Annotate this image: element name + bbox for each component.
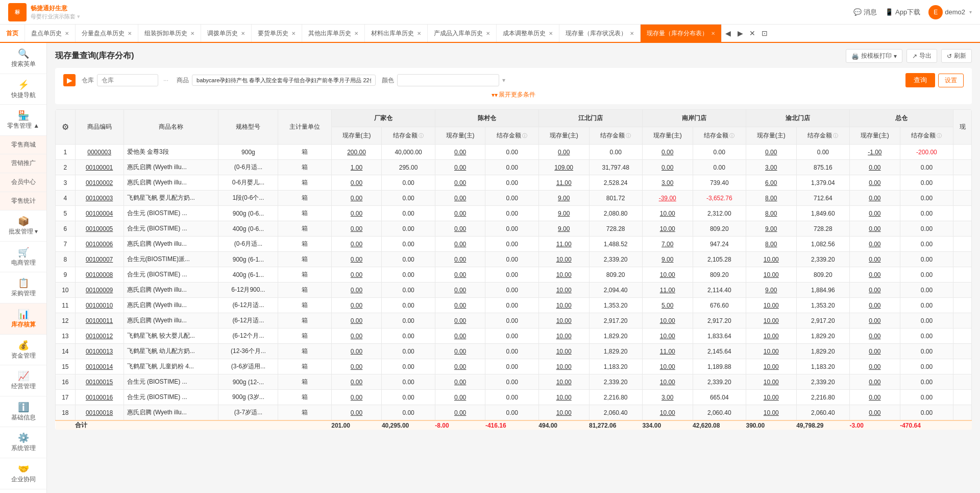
sidebar-item-stock[interactable]: 📊 库存核算 xyxy=(0,303,46,335)
cell-c3-stock[interactable]: 10.00 xyxy=(538,374,589,390)
cell-c1-stock[interactable]: 0.00 xyxy=(331,328,382,344)
cell-c2-stock[interactable]: 0.00 xyxy=(435,283,485,298)
sidebar-item-search[interactable]: 🔍 搜索英单 xyxy=(0,43,46,74)
tab-close-stock-status[interactable]: ✕ xyxy=(630,31,634,36)
sidebar-item-marketing[interactable]: 营销推广 xyxy=(0,154,46,173)
refresh-btn[interactable]: ↺ 刷新 xyxy=(941,49,972,63)
cell-c2-stock[interactable]: 0.00 xyxy=(435,359,485,374)
sidebar-item-biz-mgmt[interactable]: 📈 经营管理 xyxy=(0,365,46,396)
tab-close-inventory[interactable]: ✕ xyxy=(65,31,69,36)
cell-c4-stock[interactable]: 0.00 xyxy=(642,145,693,160)
cell-c5-stock[interactable]: 8.00 xyxy=(746,237,796,252)
sidebar-item-retail-mgmt[interactable]: 🏪 零售管理 ▲ xyxy=(0,105,46,136)
tab-requisition[interactable]: 要货单历史 ✕ xyxy=(252,25,302,42)
cell-c3-stock[interactable]: 10.00 xyxy=(538,283,589,298)
cell-c2-stock[interactable]: 0.00 xyxy=(435,374,485,390)
cell-c4-stock[interactable]: -39.00 xyxy=(642,191,693,206)
sidebar-item-collab[interactable]: 🤝 企业协同 xyxy=(0,458,46,489)
tab-stock-status[interactable]: 现存量（库存状况表） ✕ xyxy=(559,25,641,42)
cell-c2-stock[interactable]: 0.00 xyxy=(435,175,485,191)
cell-c5-stock[interactable]: 10.00 xyxy=(746,252,796,267)
cell-c5-stock[interactable]: 10.00 xyxy=(746,359,796,374)
cell-c2-stock[interactable]: 0.00 xyxy=(435,221,485,237)
cell-c2-stock[interactable]: 0.00 xyxy=(435,191,485,206)
cell-total-stock[interactable]: 0.00 xyxy=(850,374,900,390)
print-btn[interactable]: 🖨️ 按模板打印 ▾ xyxy=(846,49,902,63)
cell-c4-stock[interactable]: 10.00 xyxy=(642,405,693,421)
cell-c3-stock[interactable]: 0.00 xyxy=(538,145,589,160)
th-settings[interactable]: ⚙ xyxy=(56,110,76,145)
cell-c5-stock[interactable]: 3.00 xyxy=(746,160,796,175)
cell-c4-stock[interactable]: 7.00 xyxy=(642,237,693,252)
cell-c1-stock[interactable]: 0.00 xyxy=(331,298,382,313)
cell-c2-stock[interactable]: 0.00 xyxy=(435,160,485,175)
cell-c1-stock[interactable]: 0.00 xyxy=(331,313,382,328)
cell-c2-stock[interactable]: 0.00 xyxy=(435,313,485,328)
c2-amount-info-icon[interactable]: ⓘ xyxy=(522,133,527,138)
cell-total-stock[interactable]: 0.00 xyxy=(850,175,900,191)
cell-c3-stock[interactable]: 9.00 xyxy=(538,191,589,206)
cell-c4-stock[interactable]: 3.00 xyxy=(642,175,693,191)
cell-c4-stock[interactable]: 10.00 xyxy=(642,206,693,221)
export-btn[interactable]: ↗ 导出 xyxy=(906,49,937,63)
tab-prev-btn[interactable]: ◀ xyxy=(722,25,734,42)
cell-code[interactable]: 00100006 xyxy=(75,237,124,252)
tab-transfer[interactable]: 调拨单历史 ✕ xyxy=(201,25,252,42)
total-amount-info-icon[interactable]: ⓘ xyxy=(937,133,942,138)
cell-c1-stock[interactable]: 0.00 xyxy=(331,390,382,405)
cell-code[interactable]: 00100018 xyxy=(75,405,124,421)
cell-c3-stock[interactable]: 10.00 xyxy=(538,252,589,267)
cell-c2-stock[interactable]: 0.00 xyxy=(435,390,485,405)
cell-total-stock[interactable]: 0.00 xyxy=(850,298,900,313)
cell-code[interactable]: 00100013 xyxy=(75,344,124,359)
cell-c1-stock[interactable]: 0.00 xyxy=(331,221,382,237)
setting-btn[interactable]: 设置 xyxy=(938,74,964,87)
expand-btn[interactable]: ▾▾ 展开更多条件 xyxy=(492,90,535,99)
cell-c5-stock[interactable]: 6.00 xyxy=(746,175,796,191)
goods-input[interactable] xyxy=(192,75,376,86)
cell-c4-stock[interactable]: 10.00 xyxy=(642,359,693,374)
user-menu[interactable]: E demo2 ▾ xyxy=(928,5,972,19)
cell-c5-stock[interactable]: 10.00 xyxy=(746,298,796,313)
tab-close-cost-adjust[interactable]: ✕ xyxy=(549,31,553,36)
messages-btn[interactable]: 💬 消息 xyxy=(853,8,877,17)
cell-code[interactable]: 00100009 xyxy=(75,283,124,298)
cell-total-stock[interactable]: 0.00 xyxy=(850,267,900,283)
cell-total-stock[interactable]: 0.00 xyxy=(850,390,900,405)
cell-c3-stock[interactable]: 10.00 xyxy=(538,267,589,283)
cell-total-stock[interactable]: 0.00 xyxy=(850,405,900,421)
cell-c2-stock[interactable]: 0.00 xyxy=(435,252,485,267)
cell-code[interactable]: 00100001 xyxy=(75,160,124,175)
cell-c4-stock[interactable]: 11.00 xyxy=(642,344,693,359)
cell-c4-stock[interactable]: 0.00 xyxy=(642,160,693,175)
cell-c3-stock[interactable]: 10.00 xyxy=(538,344,589,359)
sidebar-item-retail-shop[interactable]: 零售商城 xyxy=(0,136,46,155)
cell-c1-stock[interactable]: 0.00 xyxy=(331,175,382,191)
sidebar-item-quicknav[interactable]: ⚡ 快捷导航 xyxy=(0,74,46,105)
cell-c3-stock[interactable]: 10.00 xyxy=(538,313,589,328)
cell-total-stock[interactable]: -1.00 xyxy=(850,145,900,160)
cell-c2-stock[interactable]: 0.00 xyxy=(435,298,485,313)
tab-other-out[interactable]: 其他出库单历史 ✕ xyxy=(302,25,365,42)
cell-c2-stock[interactable]: 0.00 xyxy=(435,405,485,421)
cell-c2-stock[interactable]: 0.00 xyxy=(435,328,485,344)
cell-total-stock[interactable]: 0.00 xyxy=(850,160,900,175)
cell-c5-stock[interactable]: 10.00 xyxy=(746,267,796,283)
cell-c5-stock[interactable]: 10.00 xyxy=(746,344,796,359)
cell-c4-stock[interactable]: 10.00 xyxy=(642,374,693,390)
tab-next-btn[interactable]: ▶ xyxy=(734,25,746,42)
cell-c5-stock[interactable]: 9.00 xyxy=(746,221,796,237)
cell-c3-stock[interactable]: 9.00 xyxy=(538,206,589,221)
tab-close-other-out[interactable]: ✕ xyxy=(354,31,358,36)
c5-amount-info-icon[interactable]: ⓘ xyxy=(833,133,838,138)
cell-c3-stock[interactable]: 10.00 xyxy=(538,390,589,405)
tab-inventory[interactable]: 盘点单历史 ✕ xyxy=(25,25,76,42)
cell-c5-stock[interactable]: 10.00 xyxy=(746,405,796,421)
sidebar-item-purchase[interactable]: 📋 采购管理 xyxy=(0,272,46,303)
cell-code[interactable]: 00100002 xyxy=(75,175,124,191)
cell-total-stock[interactable]: 0.00 xyxy=(850,237,900,252)
cell-c3-stock[interactable]: 9.00 xyxy=(538,221,589,237)
cell-c5-stock[interactable]: 9.00 xyxy=(746,283,796,298)
cell-code[interactable]: 00100004 xyxy=(75,206,124,221)
cell-c3-stock[interactable]: 10.00 xyxy=(538,359,589,374)
